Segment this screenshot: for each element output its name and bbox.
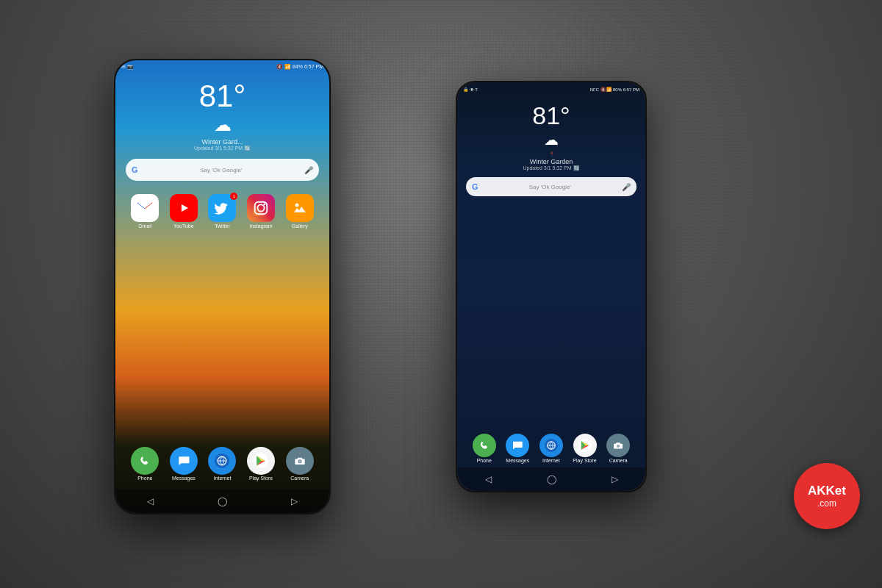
instagram-icon — [247, 194, 275, 222]
twitter-badge: 1 — [230, 193, 237, 200]
gmail-icon — [131, 194, 159, 222]
messages-dock-left[interactable]: Messages — [170, 447, 198, 481]
messages-dock-icon-left — [170, 447, 198, 475]
playstore-dock-left[interactable]: Play Store — [247, 447, 275, 481]
phone-dock-left[interactable]: Phone — [131, 447, 159, 481]
svg-rect-19 — [478, 439, 491, 452]
status-left-icons-right: 🔒 👁 T — [463, 87, 478, 92]
internet-dock-label-left: Internet — [214, 476, 232, 481]
camera-dock-icon-left — [286, 447, 314, 475]
svg-point-18 — [298, 460, 301, 462]
weather-icon-left: ☁ — [115, 115, 329, 135]
playstore-dock-label-left: Play Store — [249, 476, 273, 481]
youtube-app[interactable]: YouTube — [170, 194, 198, 229]
phone-dock-icon-right — [473, 434, 496, 457]
weather-widget-left: 81° ☁ Winter Gard... Updated 3/1 5:32 PM… — [115, 81, 329, 151]
search-bar-right[interactable]: G Say 'Ok Google' 🎤 — [466, 177, 637, 196]
weather-location-right: Winter Garden — [457, 158, 645, 165]
svg-point-27 — [617, 445, 619, 447]
internet-dock-left[interactable]: Internet — [208, 447, 236, 481]
messages-dock-right[interactable]: Messages — [506, 434, 529, 463]
home-btn-right[interactable]: ◯ — [547, 474, 556, 484]
internet-dock-right[interactable]: Internet — [539, 434, 563, 463]
search-placeholder-right: Say 'Ok Google' — [481, 184, 619, 190]
playstore-dock-right[interactable]: Play Store — [573, 434, 596, 463]
mic-icon-right: 🎤 — [622, 183, 631, 191]
screen-left: ✉ 📷 🔇 📶 84% 6:57 PM 81° ☁ Winter Gard...… — [115, 60, 329, 513]
akket-text: AKKet — [808, 484, 846, 498]
weather-updated-right: Updated 3/1 5:32 PM 🔄 — [457, 165, 645, 171]
playstore-dock-icon-left — [247, 447, 275, 475]
recent-btn-right[interactable]: ▷ — [612, 474, 618, 484]
twitter-icon: 1 — [208, 194, 236, 222]
messages-dock-label-right: Messages — [506, 458, 529, 463]
status-left-icons: ✉ 📷 — [121, 64, 134, 70]
dock-left: Phone Messages Internet — [115, 442, 329, 485]
dock-right: Phone Messages Internet — [457, 429, 645, 467]
mic-icon-left: 🎤 — [304, 166, 313, 174]
akket-logo: AKKet .com — [794, 463, 860, 529]
back-btn-left[interactable]: ◁ — [147, 496, 154, 506]
weather-updated-left: Updated 3/1 5:32 PM 🔄 — [115, 146, 329, 151]
home-btn-left[interactable]: ◯ — [218, 496, 227, 506]
weather-temp-right: 81° — [457, 103, 645, 128]
gallery-icon — [286, 194, 314, 222]
messages-dock-icon-right — [506, 434, 529, 457]
youtube-label: YouTube — [173, 223, 194, 229]
svg-rect-8 — [291, 199, 309, 217]
search-placeholder-left: Say 'Ok Google' — [141, 167, 301, 173]
screen-right: 🔒 👁 T NFC 🔇 📶 80% 6:57 PM 81° ☁ 📍 Winter… — [457, 82, 645, 491]
status-bar-left: ✉ 📷 🔇 📶 84% 6:57 PM — [115, 60, 329, 74]
weather-temp-left: 81° — [115, 81, 329, 112]
weather-location-left: Winter Gard... — [115, 138, 329, 146]
phone-right: 🔒 👁 T NFC 🔇 📶 80% 6:57 PM 81° ☁ 📍 Winter… — [456, 81, 647, 492]
youtube-icon — [170, 194, 198, 222]
phone-dock-label-right: Phone — [477, 458, 492, 463]
camera-dock-icon-right — [606, 434, 630, 457]
twitter-label: Twitter — [215, 223, 230, 229]
internet-dock-icon-right — [539, 434, 563, 457]
camera-dock-right[interactable]: Camera — [606, 434, 630, 463]
internet-dock-label-right: Internet — [542, 458, 560, 463]
instagram-label: Instagram — [250, 223, 273, 229]
svg-point-6 — [264, 204, 266, 206]
svg-point-9 — [295, 204, 298, 207]
gmail-app[interactable]: Gmail — [131, 194, 159, 229]
status-bar-right: 🔒 👁 T NFC 🔇 📶 80% 6:57 PM — [457, 82, 645, 96]
gallery-label: Gallery — [292, 223, 308, 229]
camera-dock-label-left: Camera — [290, 476, 309, 481]
weather-widget-right: 81° ☁ 📍 Winter Garden Updated 3/1 5:32 P… — [457, 103, 645, 171]
gmail-label: Gmail — [138, 223, 151, 229]
playstore-dock-icon-right — [573, 434, 597, 457]
phone-dock-label-left: Phone — [137, 476, 152, 481]
scene: ✉ 📷 🔇 📶 84% 6:57 PM 81° ☁ Winter Gard...… — [0, 0, 882, 588]
phone-left: ✉ 📷 🔇 📶 84% 6:57 PM 81° ☁ Winter Gard...… — [114, 59, 331, 514]
akket-dotcom: .com — [817, 498, 836, 509]
gallery-app[interactable]: Gallery — [286, 194, 314, 229]
nav-bar-right: ◁ ◯ ▷ — [457, 467, 645, 491]
back-btn-right[interactable]: ◁ — [485, 474, 492, 484]
camera-dock-left[interactable]: Camera — [286, 447, 314, 481]
phone-dock-right[interactable]: Phone — [473, 434, 496, 463]
status-right-right: NFC 🔇 📶 80% 6:57 PM — [590, 87, 639, 92]
recent-btn-left[interactable]: ▷ — [291, 496, 298, 506]
search-bar-left[interactable]: G Say 'Ok Google' 🎤 — [126, 159, 319, 181]
camera-dock-label-right: Camera — [609, 458, 628, 463]
messages-dock-label-left: Messages — [172, 476, 196, 481]
google-g-left: G — [132, 165, 138, 174]
phone-dock-icon-left — [131, 447, 159, 475]
google-g-right: G — [472, 182, 478, 191]
status-right-left: 🔇 📶 84% 6:57 PM — [276, 64, 323, 70]
internet-dock-icon-left — [208, 447, 236, 475]
playstore-dock-label-right: Play Store — [573, 458, 596, 463]
app-grid-left: Gmail YouTube 1 Twitter — [115, 188, 329, 234]
twitter-app[interactable]: 1 Twitter — [208, 194, 236, 229]
svg-rect-10 — [137, 453, 152, 468]
weather-icon-right: ☁ — [457, 131, 645, 148]
nav-bar-left: ◁ ◯ ▷ — [115, 490, 329, 513]
instagram-app[interactable]: Instagram — [247, 194, 275, 229]
